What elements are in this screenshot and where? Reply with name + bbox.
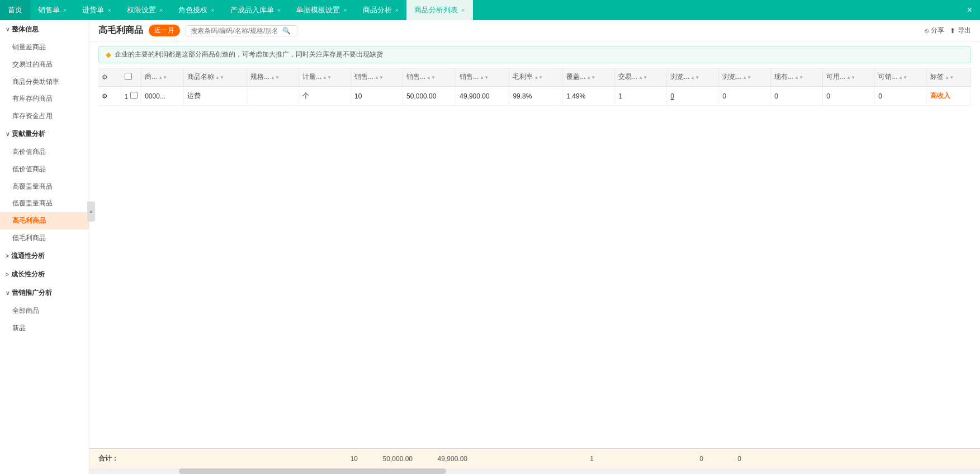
info-text: 企业的主要的利润都是这部分商品创造的，可考虑加大推广，同时关注库存是不要出现缺货 <box>115 50 383 59</box>
col-header-current[interactable]: 现有...▲▼ <box>771 68 823 87</box>
nav-close-icon[interactable]: × <box>395 7 399 13</box>
sidebar-item-库存资金占用[interactable]: 库存资金占用 <box>0 107 89 125</box>
col-label: 可用... <box>826 73 845 81</box>
sidebar-section-流通性分析[interactable]: >流通性分析 <box>0 247 89 265</box>
sidebar-item-商品分类助销率[interactable]: 商品分类助销率 <box>0 73 89 91</box>
col-header-browse2[interactable]: 浏览...▲▼ <box>719 68 771 87</box>
footer-current: 0 <box>670 455 703 463</box>
row-checkbox[interactable] <box>130 92 138 99</box>
sidebar-section-营销推广分析[interactable]: ∨营销推广分析 <box>0 284 89 302</box>
col-label: 浏览... <box>722 73 741 81</box>
col-header-transaction[interactable]: 交易...▲▼ <box>615 68 667 87</box>
sort-icon[interactable]: ▲▼ <box>794 75 803 80</box>
cell-checkbox: 1 <box>121 87 141 106</box>
sidebar-item-低毛利商品[interactable]: 低毛利商品 <box>0 229 89 247</box>
sidebar-item-低价值商品[interactable]: 低价值商品 <box>0 161 89 178</box>
col-label: 毛利率 <box>513 73 533 81</box>
col-label: 销售... <box>406 73 425 81</box>
row-settings-icon[interactable]: ⚙ <box>102 92 108 100</box>
cell-browse1[interactable]: 0 <box>667 87 719 106</box>
sort-icon[interactable]: ▲▼ <box>846 75 855 80</box>
nav-item-商品分析[interactable]: 商品分析× <box>355 0 406 20</box>
sort-icon[interactable]: ▲▼ <box>742 75 751 80</box>
col-header-sellable[interactable]: 可销...▲▼ <box>875 68 927 87</box>
nav-close-icon[interactable]: × <box>343 7 347 13</box>
nav-item-单据模板设置[interactable]: 单据模板设置× <box>288 0 354 20</box>
col-header-settings[interactable]: ⚙ <box>98 68 121 87</box>
export-label: 导出 <box>958 26 971 35</box>
col-header-salesCost[interactable]: 销售...▲▼ <box>456 68 509 87</box>
nav-item-进货单[interactable]: 进货单× <box>74 0 119 20</box>
settings-icon[interactable]: ⚙ <box>102 73 108 81</box>
sidebar-item-全部商品[interactable]: 全部商品 <box>0 302 89 320</box>
col-header-spec[interactable]: 规格...▲▼ <box>247 68 299 87</box>
nav-item-销售单[interactable]: 销售单× <box>30 0 74 20</box>
nav-close-icon[interactable]: × <box>107 7 111 13</box>
col-header-salesQty[interactable]: 销售...▲▼ <box>351 68 403 87</box>
nav-close-icon[interactable]: × <box>159 7 163 13</box>
col-header-tag[interactable]: 标签▲▼ <box>927 68 971 87</box>
header-actions: ⎋ 分享 ⬆ 导出 <box>925 26 971 35</box>
search-icon[interactable]: 🔍 <box>282 27 291 35</box>
browse-link[interactable]: 0 <box>670 92 674 100</box>
filter-button[interactable]: 近一月 <box>149 25 180 36</box>
nav-close-icon[interactable]: × <box>277 7 281 13</box>
sort-icon[interactable]: ▲▼ <box>480 75 489 80</box>
col-header-salesAmt[interactable]: 销售...▲▼ <box>403 68 456 87</box>
col-header-checkbox[interactable] <box>121 68 141 87</box>
sort-icon[interactable]: ▲▼ <box>215 75 224 80</box>
sort-icon[interactable]: ▲▼ <box>271 75 280 80</box>
nav-item-角色授权[interactable]: 角色授权× <box>171 0 222 20</box>
nav-close-icon[interactable]: × <box>211 7 214 13</box>
sort-icon[interactable]: ▲▼ <box>586 75 595 80</box>
sort-icon[interactable]: ▲▼ <box>158 75 167 80</box>
sort-icon[interactable]: ▲▼ <box>638 75 647 80</box>
nav-item-商品分析列表[interactable]: 商品分析列表× <box>406 0 472 20</box>
sidebar-section-贡献量分析[interactable]: ∨贡献量分析 <box>0 125 89 143</box>
sidebar-section-成长性分析[interactable]: >成长性分析 <box>0 265 89 284</box>
scrollbar-thumb[interactable] <box>179 468 446 474</box>
sidebar-item-高覆盖量商品[interactable]: 高覆盖量商品 <box>0 178 89 195</box>
col-header-name[interactable]: 商品名称▲▼ <box>183 68 247 87</box>
sort-icon[interactable]: ▲▼ <box>898 75 907 80</box>
sidebar-item-销量差商品[interactable]: 销量差商品 <box>0 39 89 56</box>
col-header-coverage[interactable]: 覆盖...▲▼ <box>563 68 615 87</box>
cell-current: 0 <box>771 87 823 106</box>
sidebar-item-高毛利商品[interactable]: 高毛利商品 <box>0 212 89 229</box>
col-header-browse1[interactable]: 浏览...▲▼ <box>667 68 719 87</box>
export-button[interactable]: ⬆ 导出 <box>950 26 971 35</box>
col-header-code[interactable]: 商...▲▼ <box>141 68 184 87</box>
sidebar-item-有库存的商品[interactable]: 有库存的商品 <box>0 90 89 107</box>
nav-item-首页[interactable]: 首页 <box>0 0 30 20</box>
search-input[interactable] <box>191 27 280 35</box>
content-area: 高毛利商品 近一月 🔍 ⎋ 分享 ⬆ 导出 <box>89 20 980 474</box>
sort-icon[interactable]: ▲▼ <box>375 75 384 80</box>
sidebar-item-高价值商品[interactable]: 高价值商品 <box>0 143 89 161</box>
sort-icon[interactable]: ▲▼ <box>534 75 543 80</box>
nav-close-icon[interactable]: × <box>461 7 465 13</box>
horizontal-scrollbar[interactable] <box>89 468 980 474</box>
sidebar-section-整体信息[interactable]: ∨整体信息 <box>0 20 89 39</box>
cell-settings: ⚙ <box>98 87 121 106</box>
nav-close-icon[interactable]: × <box>63 7 67 13</box>
sort-icon[interactable]: ▲▼ <box>427 75 435 80</box>
close-all-button[interactable]: × <box>959 5 980 15</box>
col-header-unit[interactable]: 计量...▲▼ <box>299 68 351 87</box>
col-label: 交易... <box>618 73 637 81</box>
nav-item-产成品入库单[interactable]: 产成品入库单× <box>222 0 288 20</box>
sort-icon[interactable]: ▲▼ <box>323 75 332 80</box>
col-label: 标签 <box>930 73 944 81</box>
share-button[interactable]: ⎋ 分享 <box>925 26 944 35</box>
sidebar-item-交易过的商品[interactable]: 交易过的商品 <box>0 56 89 73</box>
sort-icon[interactable]: ▲▼ <box>690 75 699 80</box>
sidebar-item-新品[interactable]: 新品 <box>0 320 89 337</box>
sidebar-item-低覆盖量商品[interactable]: 低覆盖量商品 <box>0 195 89 212</box>
col-header-available[interactable]: 可用...▲▼ <box>823 68 875 87</box>
col-header-grossMargin[interactable]: 毛利率▲▼ <box>509 68 563 87</box>
sidebar-collapse-button[interactable]: « <box>87 201 95 222</box>
footer-bar: 合计： 10 50,000.00 49,900.00 1 0 0 <box>89 448 980 468</box>
select-all-checkbox[interactable] <box>125 73 132 80</box>
col-label: 销售... <box>460 73 479 81</box>
nav-item-权限设置[interactable]: 权限设置× <box>119 0 171 20</box>
sort-icon[interactable]: ▲▼ <box>945 75 954 80</box>
